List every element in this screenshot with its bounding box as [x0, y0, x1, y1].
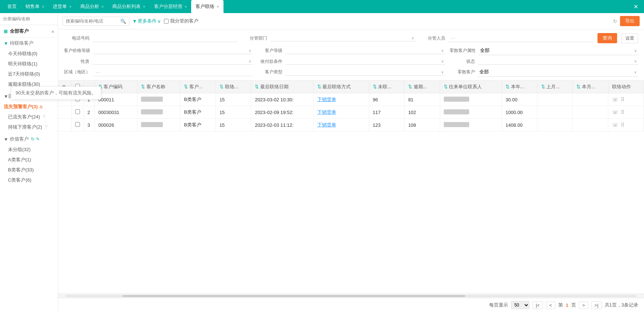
contact-icon[interactable]: ☏ — [612, 109, 619, 115]
tab-purchase[interactable]: 进货单 × — [48, 0, 76, 13]
sidebar-item-declining[interactable]: 持续下滑客户(2) ? — [0, 122, 58, 132]
col-type[interactable]: ⇅ 客户... — [180, 81, 216, 93]
filter-row-3: 性质 ∨ 收付款条件 ∨ 状态 ∨ — [64, 58, 638, 65]
filter-price-level-select[interactable]: ∨ — [93, 48, 253, 54]
tab-analysis-close[interactable]: × — [101, 4, 104, 9]
filter-region-select[interactable]: ··· — [93, 68, 253, 76]
sidebar-item-class-c[interactable]: C类客户(6) — [0, 175, 58, 185]
more-action-icon[interactable]: ⠿ — [621, 122, 624, 128]
prev-page-btn[interactable]: < — [546, 301, 555, 309]
sidebar-search-input[interactable] — [3, 16, 57, 21]
scroll-thumb — [122, 295, 465, 297]
tab-analysis-list-close[interactable]: × — [143, 4, 145, 9]
sort-icon7: ⇅ — [373, 84, 377, 89]
contact-icon[interactable]: ☏ — [612, 97, 619, 102]
sidebar-search-area: 🔍 — [0, 13, 58, 25]
filter-gender-select[interactable]: ∨ — [92, 58, 253, 65]
sidebar-item-class-a[interactable]: A类客户(1) — [0, 155, 58, 165]
sidebar-item-7days[interactable]: 近7天待联络(0) — [0, 69, 58, 79]
row-select-checkbox[interactable] — [75, 122, 80, 127]
row-checkbox[interactable] — [71, 106, 84, 119]
tab-home[interactable]: 首页 — [3, 0, 21, 13]
export-button[interactable]: 导出 — [620, 16, 640, 26]
refresh-icon[interactable]: ↻ — [31, 137, 35, 142]
col-contacts[interactable]: ⇅ 联络... — [216, 81, 251, 93]
my-customers-checkbox[interactable] — [164, 19, 169, 24]
query-button[interactable]: 查询 — [597, 33, 617, 43]
col-last-month[interactable]: ⇅ 上月... — [537, 81, 573, 93]
col-name[interactable]: ⇅ 客户名称 — [137, 81, 180, 93]
row-last-method[interactable]: 下销货单 — [313, 93, 369, 106]
sidebar-item-ungrouped[interactable]: 未分组(32) — [0, 145, 58, 155]
settings-button[interactable]: 设置 — [621, 33, 638, 43]
edit-icon[interactable]: ✎ — [36, 137, 40, 142]
tab-customer-contact-close[interactable]: × — [217, 4, 219, 9]
more-action-icon[interactable]: ⠿ — [621, 97, 624, 102]
filter-phone-input[interactable] — [92, 35, 237, 42]
last-method-link[interactable]: 下销货单 — [317, 122, 336, 127]
filter-row-1: 电话号码 分管部门 ∨ 分管人员 ··· 查询 设置 — [64, 33, 638, 43]
filter-zero-sales-select[interactable]: 全部 ∨ — [478, 68, 638, 77]
sidebar-all-customers[interactable]: ⊞ 全部客户 « — [0, 25, 58, 38]
sidebar-item-tomorrow[interactable]: 明天待联络(1) — [0, 59, 58, 69]
col-no-contact[interactable]: ⇅ 未联... — [369, 81, 404, 93]
dots-icon[interactable]: ··· — [451, 35, 455, 41]
tab-analysis-list[interactable]: 商品分析列表 × — [108, 0, 149, 13]
sidebar-item-class-b[interactable]: B类客户(33) — [0, 165, 58, 175]
sidebar-item-today[interactable]: 今天待联络(0) — [0, 49, 58, 59]
refresh-icon2[interactable]: ↻ — [613, 19, 617, 24]
col-overdue[interactable]: ⇅ 逾期... — [404, 81, 440, 93]
filter-dept-select[interactable]: ∨ — [270, 35, 415, 41]
row-select-checkbox[interactable] — [75, 109, 80, 114]
first-page-btn[interactable]: |< — [532, 301, 543, 309]
col-this-month[interactable]: ⇅ 本月... — [573, 81, 608, 93]
my-customers-checkbox-label[interactable]: 我分管的客户 — [164, 18, 198, 24]
next-page-btn[interactable]: > — [579, 301, 588, 309]
chevron-down-icon9: ∨ — [441, 70, 444, 74]
row-last-method[interactable]: 下销货单 — [313, 106, 369, 119]
filter-customer-type-select[interactable]: ∨ — [285, 69, 446, 76]
contact-icon[interactable]: ☏ — [612, 122, 619, 128]
filter-payment-select[interactable]: ∨ — [285, 58, 446, 65]
question-icon2: ? — [45, 124, 47, 130]
last-method-link[interactable]: 下销货单 — [317, 97, 336, 102]
sort-icon2: ⇅ — [141, 84, 145, 89]
sidebar-group-pending[interactable]: ▼ 待联络客户 — [0, 38, 58, 49]
window-close-button[interactable]: ✕ — [631, 3, 641, 10]
toolbar-search-input[interactable] — [66, 19, 120, 24]
sidebar-group-value[interactable]: ▼ 价值客户 ↻ ✎ — [0, 134, 58, 145]
filter-zero-sales-label: 零散客户 — [450, 69, 475, 75]
per-page-select[interactable]: 50 100 200 — [511, 301, 530, 309]
col-unit-contacts[interactable]: ⇅ 往来单位联系人 — [440, 81, 502, 93]
filter-zero-sales-attr-select[interactable]: 全部 ∨ — [479, 46, 638, 55]
row-name — [137, 119, 180, 131]
tab-purchase-close[interactable]: × — [69, 4, 71, 9]
tab-sales[interactable]: 销售单 × — [21, 0, 48, 13]
chevron-down-icon8: ∨ — [634, 59, 637, 63]
more-action-icon[interactable]: ⠿ — [621, 109, 624, 115]
sidebar-item-churn-warning[interactable]: 流失预警客户(3) ⚠ — [0, 102, 58, 112]
tab-customer-contact[interactable]: 客户联络 × — [191, 0, 223, 13]
filter-manager-select[interactable]: ··· — [448, 34, 593, 42]
filter-phone-label: 电话号码 — [64, 35, 89, 41]
filter-status-select[interactable]: ∨ — [478, 58, 638, 65]
row-checkbox[interactable] — [71, 119, 84, 131]
sort-icon8: ⇅ — [408, 84, 412, 89]
tab-customer-tier[interactable]: 客户分层经营 × — [150, 0, 191, 13]
col-this-year[interactable]: ⇅ 本年... — [502, 81, 538, 93]
tab-sales-close[interactable]: × — [42, 4, 44, 9]
toolbar-search-icon[interactable]: 🔍 — [120, 19, 126, 24]
tab-analysis[interactable]: 商品分析 × — [76, 0, 108, 13]
col-last-method[interactable]: ⇅ 最后联络方式 — [313, 81, 369, 93]
sidebar-collapse-icon[interactable]: « — [52, 29, 54, 34]
last-method-link[interactable]: 下销货单 — [317, 109, 336, 115]
col-last-date[interactable]: ⇅ 最后联络日期 — [251, 81, 313, 93]
row-last-method[interactable]: 下销货单 — [313, 119, 369, 131]
horizontal-scrollbar[interactable] — [58, 293, 644, 298]
sidebar-item-already-lost[interactable]: 已流失客户(24) ? — [0, 112, 58, 122]
last-page-btn[interactable]: >| — [591, 301, 602, 309]
tab-customer-tier-close[interactable]: × — [185, 4, 187, 9]
more-conditions-btn[interactable]: ▼ 更多条件 ∨ — [132, 18, 161, 24]
filter-customer-level-select[interactable]: ∨ — [285, 48, 446, 54]
region-dots-icon[interactable]: ··· — [96, 69, 100, 75]
